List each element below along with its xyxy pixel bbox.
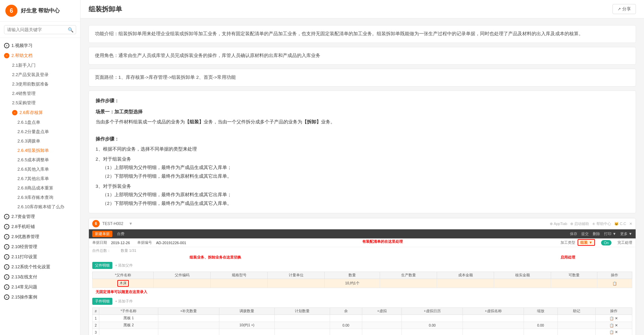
sidebar-item-2-9[interactable]: + 2.9优惠券管理 bbox=[0, 232, 80, 242]
upper-row-1-spec bbox=[211, 279, 268, 288]
sidebar-item-2-15[interactable]: + 2.15操作案例 bbox=[0, 292, 80, 302]
sidebar-item-2-11[interactable]: + 2.11打印设置 bbox=[0, 252, 80, 262]
upper-col-5: 数量 bbox=[325, 272, 380, 279]
mock-type-select[interactable]: 组装 ▼ bbox=[578, 239, 595, 246]
app-title: 好生意 帮助中心 bbox=[21, 7, 60, 14]
expand-icon: + bbox=[4, 43, 9, 48]
upper-col-6: 生产数量 bbox=[380, 272, 437, 279]
mock-date-value: 2019-12-26 bbox=[111, 241, 130, 245]
upper-row-1-avail bbox=[551, 279, 597, 288]
sidebar-item-2-13[interactable]: + 2.13在线支付 bbox=[0, 272, 80, 282]
sidebar-item-2-3[interactable]: 2.3使用前数据准备 bbox=[0, 79, 80, 89]
sidebar-item-2-6-10[interactable]: 2.6.10库存账本错了么办 bbox=[0, 202, 80, 212]
sidebar-item-2-7[interactable]: + 2.7资金管理 bbox=[0, 212, 80, 222]
sidebar-item-2-1[interactable]: 2.1新手入门 bbox=[0, 61, 80, 70]
mock-sublabels: 自件总数： 数量 1/31 bbox=[89, 247, 636, 254]
mock-switch-on[interactable]: On bbox=[601, 240, 611, 245]
lower-col-5: 余 bbox=[330, 308, 362, 315]
mock-nav-save: 保存 bbox=[570, 231, 577, 236]
search-input[interactable] bbox=[4, 25, 76, 34]
role-text: 使用角色：通常由生产人员或库管人员完成拆装业务的操作，库管人员确认原材料的出库和… bbox=[95, 52, 630, 60]
step3-1: （1）上部明细为父件明细，最终作为原材料生成其它出库单； bbox=[96, 190, 629, 199]
app-logo: 6 bbox=[5, 5, 17, 17]
step3-2: （2）下部明细为子件明细，最终作为产成品生成其它入库单。 bbox=[96, 199, 629, 208]
sidebar-item-2-6-5[interactable]: 2.6.5成本调整单 bbox=[0, 155, 80, 165]
lower-col-1: *子件名称 bbox=[99, 308, 158, 315]
sidebar-item-2-8[interactable]: + 2.8手机旺铺 bbox=[0, 222, 80, 232]
sidebar-item-2-12[interactable]: + 2.12系统个性化设置 bbox=[0, 262, 80, 272]
scene1-heading: 场景一：加工类型选择 bbox=[96, 108, 629, 116]
mock-topnav: 新建单据 自费 保存 提交 删除 打印 ▼ 更多 ▼ bbox=[89, 229, 636, 238]
steps-section: 操作步骤： 场景一：加工类型选择 当由多个子件材料组装成一个成品的业务为【组装】… bbox=[89, 91, 636, 214]
top-bar: 组装拆卸单 ↗ 分享 bbox=[80, 0, 644, 18]
step2-1: （1）上部明细为父件明细，最终作为产成品生成其它入库单； bbox=[96, 163, 629, 172]
sidebar-item-2-5[interactable]: 2.5采购管理 bbox=[0, 98, 80, 108]
expand-2-11-icon: + bbox=[4, 254, 9, 260]
mock-annotation-bom-fixed: 无固定清单可以随意在这里录入 bbox=[92, 288, 632, 294]
annotation-fixed-entry: 无固定清单可以随意在这里录入 bbox=[96, 289, 632, 294]
expand-2-9-icon: + bbox=[4, 234, 9, 239]
lower-row-1: 1黑板 1📋 ✕ bbox=[93, 315, 632, 322]
search-box: 🔍 bbox=[0, 22, 80, 38]
sidebar-item-2-14[interactable]: + 2.14常见问题 bbox=[0, 282, 80, 292]
mock-annotation-row1: 组装业务、拆卸业务在这里切换 启用处理 bbox=[89, 254, 636, 261]
sidebar-item-2-6-4[interactable]: 2.6.4组装拆卸单 bbox=[0, 146, 80, 155]
sidebar-item-2-6-2[interactable]: 2.6.2分量盘点单 bbox=[0, 127, 80, 136]
upper-col-4: 计量单位 bbox=[268, 272, 325, 279]
upper-row-1-qty: 10,约1个 bbox=[325, 279, 380, 288]
step2: 2、对于组装业务 bbox=[96, 155, 629, 164]
sidebar-item-2-10[interactable]: + 2.10经营管理 bbox=[0, 242, 80, 252]
role-block: 使用角色：通常由生产人员或库管人员完成拆装业务的操作，库管人员确认原材料的出库和… bbox=[89, 47, 636, 65]
sidebar-item-2-6-6[interactable]: 2.6.6其他入库单 bbox=[0, 165, 80, 174]
sidebar-item-2-4[interactable]: 2.4销售管理 bbox=[0, 89, 80, 98]
sidebar-item-inventory[interactable]: − 2.6库存核算 bbox=[0, 108, 80, 118]
sidebar-item-2-6-9[interactable]: 2.6.9库存账本查询 bbox=[0, 193, 80, 202]
step2-2: （2）下部明细为子件明细，最终作为原材料生成其它出库单。 bbox=[96, 172, 629, 181]
share-button[interactable]: ↗ 分享 bbox=[612, 4, 636, 14]
mock-nav-new: 新建单据 bbox=[92, 231, 112, 237]
upper-row-1-code bbox=[154, 279, 211, 288]
search-icon: 🔍 bbox=[68, 27, 73, 33]
path-text: 页面路径：1、库存核算->库存管理->组装拆卸单 2、首页->常用功能 bbox=[95, 74, 630, 81]
sidebar-item-docs[interactable]: − 2.帮助文档 bbox=[0, 51, 80, 61]
mock-titlebar-text: TEST-H002 bbox=[102, 221, 123, 226]
mock-nav-print: 打印 ▼ bbox=[604, 231, 616, 236]
search-wrap: 🔍 bbox=[4, 25, 76, 34]
sidebar-item-2-6-3[interactable]: 2.6.3调拨单 bbox=[0, 136, 80, 146]
upper-row-1-produce bbox=[380, 279, 437, 288]
mock-upper-table: *父件名称 父件编码 规格型号 计量单位 数量 生产数量 成本金额 核实金额 可… bbox=[89, 270, 636, 296]
sidebar-item-2-6-8[interactable]: 2.6.8商品成本重算 bbox=[0, 183, 80, 193]
mock-add-child: + 添加子件 bbox=[115, 299, 133, 304]
mock-switch: On bbox=[601, 241, 611, 245]
sidebar-item-2-2[interactable]: 2.2产品安装及登录 bbox=[0, 70, 80, 79]
lower-col-6: +虚拟 bbox=[362, 308, 401, 315]
upper-row-1-action: 📋 bbox=[597, 279, 632, 288]
steps-intro: 操作步骤： bbox=[96, 135, 629, 144]
expand-2-7-icon: + bbox=[4, 214, 9, 219]
expand-2-13-icon: + bbox=[4, 274, 9, 280]
step1: 1、根据不同的业务，选择不同单据的类型来处理 bbox=[96, 145, 629, 154]
lower-col-0: # bbox=[93, 308, 99, 315]
mock-date-label: 单据日期 bbox=[92, 240, 107, 245]
parent-item-box: 木床 bbox=[117, 280, 129, 287]
sidebar-item-videos[interactable]: + 1.视频学习 bbox=[0, 41, 80, 51]
expand-2-12-icon: + bbox=[4, 264, 9, 270]
upper-row-1-name: 木床 bbox=[93, 279, 154, 288]
intro-text: 功能介绍：组装拆卸单用来处理企业组装或拆卸等加工业务，支持有固定装配清单的产品加… bbox=[95, 30, 630, 38]
share-icon: ↗ bbox=[618, 7, 621, 11]
lower-col-11: 操作 bbox=[595, 308, 632, 315]
mock-upper-section-label: 父件明细 bbox=[92, 262, 112, 269]
mock-num-label: 单据编号 bbox=[137, 240, 152, 245]
sidebar-item-2-6-1[interactable]: 2.6.1盘点单 bbox=[0, 118, 80, 127]
expand-2-14-icon: + bbox=[4, 284, 9, 290]
mock-count-label: 自件总数： bbox=[92, 248, 111, 253]
mock-nav-self: 自费 bbox=[115, 231, 126, 237]
mock-upper-section-label-row: 父件明细 + 添加父件 bbox=[89, 261, 636, 270]
lower-col-4: 计划数量 bbox=[275, 308, 330, 315]
upper-col-9: 可数量 bbox=[551, 272, 597, 279]
mock-lower-section-label: 子件明细 bbox=[92, 298, 112, 305]
mock-num-value: AD-20191226-001 bbox=[156, 241, 186, 245]
sidebar-item-2-6-7[interactable]: 2.6.7其他出库单 bbox=[0, 174, 80, 183]
lower-col-8: +虚拟名称 bbox=[463, 308, 524, 315]
lower-row-2: 2黑板 210(约1 +)0.000.000.00📋 ✕ bbox=[93, 322, 632, 329]
